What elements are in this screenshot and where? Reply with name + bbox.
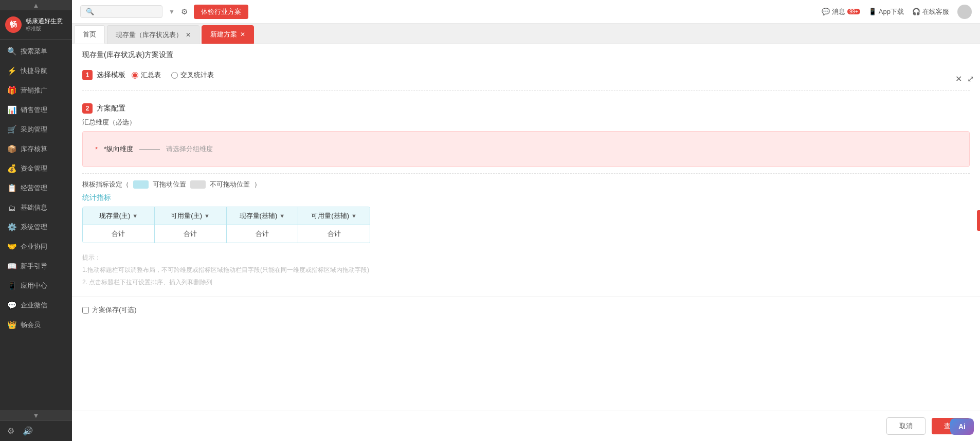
- topbar-gear-icon[interactable]: ⚙: [181, 7, 188, 16]
- topbar-chevron-icon[interactable]: ▼: [169, 8, 175, 15]
- radio-cross[interactable]: 交叉统计表: [171, 70, 214, 80]
- stats-col-2-label: 现存量(基辅): [240, 211, 278, 220]
- sidebar-item-member[interactable]: 👑 畅会员: [0, 315, 72, 335]
- stats-col-1[interactable]: 可用量(主) ▼: [155, 207, 227, 225]
- sidebar-scroll-up[interactable]: ▲: [0, 0, 72, 10]
- sidebar-item-inventory[interactable]: 📦 库存核算: [0, 139, 72, 159]
- app-download-btn[interactable]: 📱 App下载: [868, 7, 904, 16]
- stats-col-2[interactable]: 现存量(基辅) ▼: [227, 207, 299, 225]
- divider2: [82, 173, 970, 174]
- system-icon: ⚙️: [7, 223, 16, 232]
- marketing-icon: 🎁: [7, 86, 16, 95]
- tab-home[interactable]: 首页: [74, 25, 105, 44]
- stats-col-1-chevron[interactable]: ▼: [204, 213, 210, 219]
- sidebar-item-label: 搜索菜单: [21, 47, 47, 56]
- settings-footer-icon[interactable]: ⚙: [7, 426, 14, 436]
- template-settings: 模板指标设定（ 可拖动位置 不可拖动位置 ）: [82, 180, 970, 189]
- save-checkbox[interactable]: [82, 307, 89, 314]
- right-edge-handle[interactable]: [977, 210, 980, 231]
- stats-cell-2: 合计: [227, 225, 299, 243]
- cancel-button[interactable]: 取消: [886, 417, 925, 435]
- footer-actions: 取消 查询: [72, 411, 980, 441]
- search-input[interactable]: [97, 8, 149, 15]
- sidebar-item-search-menu[interactable]: 🔍 搜索菜单: [0, 42, 72, 61]
- tab-inventory-close-icon[interactable]: ✕: [186, 31, 191, 39]
- sidebar-item-label: 快捷导航: [21, 66, 47, 76]
- stats-table: 现存量(主) ▼ 可用量(主) ▼ 现存量(基辅) ▼ 可用量(基辅): [82, 207, 370, 243]
- avatar[interactable]: [957, 5, 972, 19]
- topbar: 🔍 ▼ ⚙ 体验行业方案 💬 消息 99+ 📱 App下载 🎧 在线客服: [72, 0, 980, 24]
- stats-col-3-label: 可用量(基辅): [311, 211, 349, 220]
- radio-summary-input[interactable]: [132, 72, 138, 79]
- stats-col-0-chevron[interactable]: ▼: [132, 213, 138, 219]
- sidebar-item-guide[interactable]: 📖 新手引导: [0, 256, 72, 276]
- divider1: [82, 90, 970, 91]
- non-draggable-indicator: [190, 180, 206, 189]
- stats-col-0[interactable]: 现存量(主) ▼: [83, 207, 155, 225]
- sidebar-item-label: 畅会员: [21, 320, 41, 329]
- page-header: 现存量(库存状况表)方案设置 ✕ ⤢: [72, 44, 980, 64]
- stats-col-3-chevron[interactable]: ▼: [351, 213, 357, 219]
- main-area: 🔍 ▼ ⚙ 体验行业方案 💬 消息 99+ 📱 App下载 🎧 在线客服: [72, 0, 980, 441]
- sidebar-item-system[interactable]: ⚙️ 系统管理: [0, 217, 72, 237]
- sidebar-item-basic-info[interactable]: 🗂 基础信息: [0, 198, 72, 217]
- template-settings-prefix: 模板指标设定（: [82, 180, 129, 189]
- step2-badge: 2: [82, 103, 93, 114]
- tabbar: 首页 现存量（库存状况表） ✕ 新建方案 ✕: [72, 24, 980, 44]
- sidebar-scroll-down[interactable]: ▼: [0, 410, 72, 420]
- member-icon: 👑: [7, 320, 16, 329]
- tab-inventory-status[interactable]: 现存量（库存状况表） ✕: [107, 25, 199, 44]
- sidebar-item-label: 企业协同: [21, 242, 47, 251]
- tab-new-plan[interactable]: 新建方案 ✕: [202, 25, 254, 44]
- sidebar-item-label: 应用中心: [21, 281, 47, 290]
- app-name-block: 畅康通好生意 标准版: [26, 17, 63, 33]
- message-icon: 💬: [822, 8, 830, 15]
- stats-cell-1: 合计: [155, 225, 227, 243]
- message-btn[interactable]: 💬 消息 99+: [822, 7, 860, 16]
- app-download-label: App下载: [879, 7, 904, 16]
- step1-title: 选择模板: [97, 70, 125, 80]
- stats-cell-3: 合计: [298, 225, 370, 243]
- sidebar-item-app-center[interactable]: 📱 应用中心: [0, 276, 72, 296]
- tab-new-plan-close-icon[interactable]: ✕: [240, 31, 245, 38]
- close-window-icon[interactable]: ✕: [955, 74, 962, 84]
- quick-nav-icon: ⚡: [7, 66, 16, 76]
- wechat-icon: 💬: [7, 301, 16, 310]
- content-inner: 现存量(库存状况表)方案设置 ✕ ⤢ 1 选择模板 汇总表: [72, 44, 980, 441]
- page-title: 现存量(库存状况表)方案设置: [82, 50, 173, 59]
- enterprise-icon: 🤝: [7, 242, 16, 251]
- draggable-indicator: [133, 180, 149, 189]
- stats-col-3[interactable]: 可用量(基辅) ▼: [298, 207, 370, 225]
- tip-item-0: 1.拖动标题栏可以调整布局，不可跨维度或指标区域拖动栏目字段(只能在同一维度或指…: [82, 264, 970, 276]
- content-area: 现存量(库存状况表)方案设置 ✕ ⤢ 1 选择模板 汇总表: [72, 44, 980, 441]
- sidebar-item-finance[interactable]: 💰 资金管理: [0, 159, 72, 178]
- sales-icon: 📊: [7, 105, 16, 115]
- expand-window-icon[interactable]: ⤢: [967, 74, 974, 84]
- save-option[interactable]: 方案保存(可选): [82, 305, 970, 315]
- stats-col-2-chevron[interactable]: ▼: [279, 213, 285, 219]
- app-name: 畅康通好生意: [26, 17, 63, 26]
- stats-col-0-label: 现存量(主): [99, 211, 131, 220]
- online-service-btn[interactable]: 🎧 在线客服: [912, 7, 949, 16]
- trial-btn[interactable]: 体验行业方案: [194, 5, 248, 19]
- sidebar-item-label: 资金管理: [21, 164, 47, 173]
- sidebar-item-marketing[interactable]: 🎁 营销推广: [0, 81, 72, 100]
- sidebar: ▲ 畅 畅康通好生意 标准版 🔍 搜索菜单 ⚡ 快捷导航 🎁 营销推广 📊 销售…: [0, 0, 72, 441]
- sidebar-item-sales[interactable]: 📊 销售管理: [0, 100, 72, 120]
- sidebar-item-quick-nav[interactable]: ⚡ 快捷导航: [0, 61, 72, 81]
- sidebar-item-wechat[interactable]: 💬 企业微信: [0, 296, 72, 315]
- sound-footer-icon[interactable]: 🔊: [23, 426, 33, 436]
- ai-button[interactable]: Ai: [950, 418, 974, 435]
- radio-cross-input[interactable]: [171, 72, 178, 79]
- stats-header: 统计指标: [82, 193, 970, 203]
- online-service-label: 在线客服: [922, 7, 949, 16]
- search-icon: 🔍: [86, 8, 94, 15]
- sidebar-item-operations[interactable]: 📋 经营管理: [0, 178, 72, 198]
- sidebar-item-enterprise[interactable]: 🤝 企业协同: [0, 237, 72, 256]
- topbar-search-box[interactable]: 🔍: [80, 5, 162, 18]
- sidebar-logo: 畅 畅康通好生意 标准版: [0, 10, 72, 40]
- message-badge: 99+: [847, 9, 860, 14]
- sidebar-footer: ⚙ 🔊: [0, 420, 72, 441]
- sidebar-item-purchase[interactable]: 🛒 采购管理: [0, 120, 72, 139]
- radio-summary[interactable]: 汇总表: [132, 70, 161, 80]
